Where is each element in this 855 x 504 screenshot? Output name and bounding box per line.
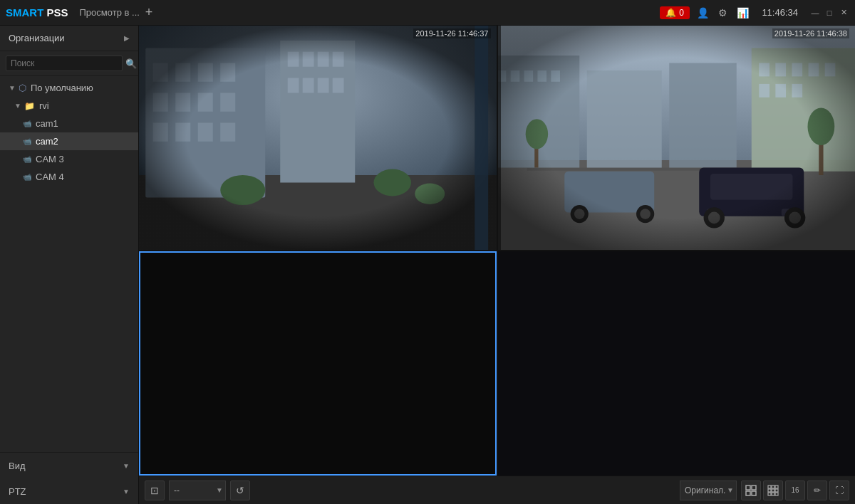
svg-rect-80 [775,493,778,495]
layout-16-button[interactable]: 16 [785,481,805,500]
camera-icon-cam1: 📹 [23,120,31,127]
svg-rect-67 [498,26,501,250]
view-arrow-icon: ▼ [123,462,130,470]
svg-rect-66 [498,26,856,250]
snapshot-icon: ⊡ [150,485,159,496]
ptz-item[interactable]: PTZ ▼ [0,478,138,504]
camera-area: 2019-11-26 11:46:37 [139,26,855,504]
close-button[interactable]: ✕ [838,7,849,19]
camera-icon-cam3: 📹 [23,155,31,163]
titlebar: SMART PSS Просмотр в ... + 🔔 0 👤 ⚙ 📊 11:… [0,0,855,26]
svg-rect-78 [768,493,771,495]
search-button[interactable]: 🔍 [125,58,137,69]
fullscreen-icon: ⛶ [835,485,844,495]
layout-3x3-icon [767,485,779,496]
tree-arrow-rvi: ▼ [14,102,21,110]
svg-rect-70 [746,491,750,495]
org-expand-icon: ▶ [124,34,130,42]
svg-rect-72 [768,485,771,488]
ratio-select-wrapper: Оригинал. Растянуть ▼ [680,481,737,500]
org-label: Организации [9,33,65,43]
svg-rect-71 [752,491,756,495]
tree-label-cam2: cam2 [36,136,58,147]
window-controls: — □ ✕ [809,7,849,19]
user-icon[interactable]: 👤 [695,6,710,20]
tree-arrow-default: ▼ [9,84,16,92]
search-bar: 🔍 [0,51,138,76]
snapshot-button[interactable]: ⊡ [145,481,165,500]
layout-16-label: 16 [791,486,799,494]
add-tab-button[interactable]: + [145,5,153,20]
camera-cell-4[interactable] [498,251,856,476]
channel-select-wrapper: -- ▼ [169,481,226,500]
fullscreen-button[interactable]: ⛶ [829,481,849,500]
maximize-button[interactable]: □ [824,7,835,19]
sidebar-bottom: Вид ▼ PTZ ▼ [0,452,138,504]
camera-cell-2[interactable]: 2019-11-26 11:46:38 [498,26,856,250]
tree-label-default: По умолчанию [31,83,93,93]
camera-icon-cam4: 📹 [23,173,31,181]
titlebar-controls: 🔔 0 👤 ⚙ 📊 11:46:34 — □ ✕ [660,6,849,20]
camera-cell-3[interactable] [139,251,497,476]
cam1-feed [139,26,497,250]
tree-item-rvi[interactable]: ▼ 📁 rvi [0,97,138,115]
view-label: Вид [9,461,26,471]
settings-icon[interactable]: ⚙ [715,6,730,20]
tree-label-cam4: CAM 4 [36,172,64,182]
bottom-toolbar: ⊡ -- ▼ ↺ Оригинал. Растянуть ▼ [139,476,855,504]
app-logo: SMART PSS [6,6,68,19]
svg-rect-79 [772,493,774,495]
cam2-timestamp: 2019-11-26 11:46:38 [772,28,849,38]
camera-icon-cam2: 📹 [23,137,31,145]
bell-icon: 🔔 [665,8,676,18]
refresh-icon: ↺ [236,485,244,496]
layout-2x2-icon [745,485,757,496]
camera-grid: 2019-11-26 11:46:37 [139,26,855,476]
sidebar: Организации ▶ 🔍 ▼ ⬡ По умолчанию ▼ 📁 rvi… [0,26,139,504]
tree-item-default[interactable]: ▼ ⬡ По умолчанию [0,79,138,97]
search-input[interactable] [6,56,123,71]
svg-rect-77 [775,489,778,492]
activity-icon[interactable]: 📊 [735,6,750,20]
tab-title: Просмотр в ... [80,7,140,18]
svg-rect-69 [752,485,756,490]
tree-item-cam2[interactable]: 📹 cam2 [0,132,138,150]
svg-rect-68 [746,485,750,490]
refresh-button[interactable]: ↺ [230,481,250,500]
layout-2x2-button[interactable] [741,481,761,500]
layout-buttons: 16 ✏ ⛶ [741,481,849,500]
app-name-part2: PSS [47,6,68,19]
cam1-timestamp: 2019-11-26 11:46:37 [413,28,490,38]
alert-button[interactable]: 🔔 0 [660,6,690,19]
svg-rect-75 [768,489,771,492]
ratio-select[interactable]: Оригинал. Растянуть [680,481,737,500]
alert-count: 0 [679,8,684,18]
svg-rect-76 [772,489,774,492]
ptz-arrow-icon: ▼ [123,488,130,495]
edit-icon: ✏ [814,485,821,495]
tree-item-cam1[interactable]: 📹 cam1 [0,115,138,132]
camera-cell-1[interactable]: 2019-11-26 11:46:37 [139,26,497,250]
tree-item-cam3[interactable]: 📹 CAM 3 [0,150,138,168]
view-item[interactable]: Вид ▼ [0,453,138,478]
layout-3x3-button[interactable] [763,481,783,500]
folder-icon-rvi: 📁 [24,101,35,111]
tree-area: ▼ ⬡ По умолчанию ▼ 📁 rvi 📹 cam1 📹 cam2 [0,76,138,452]
group-icon: ⬡ [19,83,26,93]
tree-label-cam1: cam1 [36,118,58,129]
minimize-button[interactable]: — [809,7,821,19]
time-display: 11:46:34 [755,7,798,18]
channel-select[interactable]: -- [169,481,226,500]
tree-label-cam3: CAM 3 [36,154,64,164]
svg-rect-28 [475,26,488,250]
edit-layout-button[interactable]: ✏ [807,481,827,500]
svg-rect-74 [775,485,778,488]
ptz-label: PTZ [9,486,26,497]
tree-item-cam4[interactable]: 📹 CAM 4 [0,168,138,186]
org-header[interactable]: Организации ▶ [0,26,138,51]
svg-rect-73 [772,485,774,488]
cam2-feed [498,26,856,250]
tree-label-rvi: rvi [39,100,49,111]
main-area: Организации ▶ 🔍 ▼ ⬡ По умолчанию ▼ 📁 rvi… [0,26,855,504]
svg-rect-27 [139,26,497,250]
